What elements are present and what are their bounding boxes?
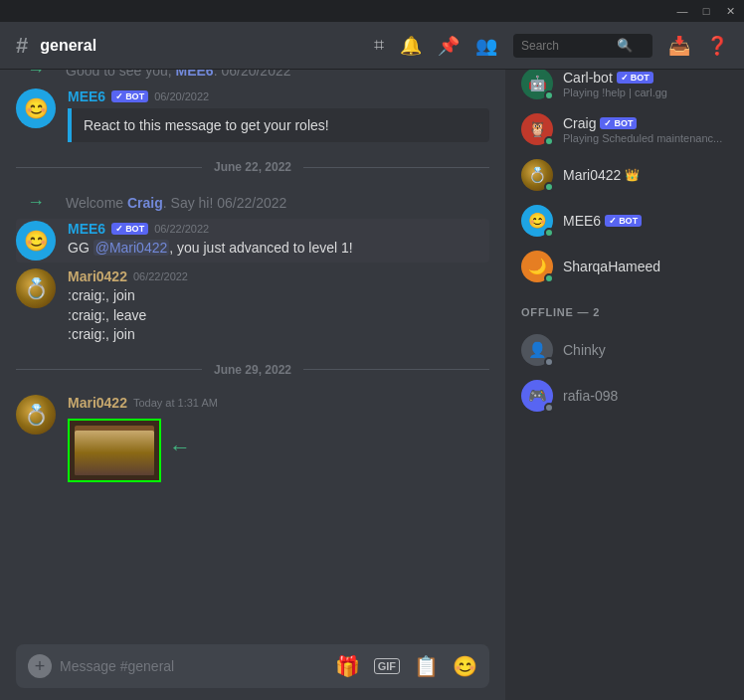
system-text: Welcome Craig. Say hi! 06/22/2022 [66, 195, 286, 211]
member-status-craig: Playing Scheduled maintenanc... [563, 132, 722, 144]
system-message-craig-welcome: → Welcome Craig. Say hi! 06/22/2022 [16, 190, 489, 215]
member-name-sharqa: SharqaHameed [563, 259, 660, 274]
chat-area: Done → Good to see you, MEE6. 06/20/2022… [0, 22, 505, 700]
svg-point-3 [82, 437, 117, 460]
username-mari: Mari0422 [68, 268, 127, 284]
member-name-rafia: rafia-098 [563, 388, 618, 404]
image-row: ← [68, 413, 489, 482]
inbox-icon[interactable]: 📥 [668, 35, 690, 57]
search-bar[interactable]: 🔍 [513, 34, 652, 58]
emoji-icon[interactable]: 😊 [453, 654, 477, 678]
avatar-mee6: 😊 [16, 88, 56, 128]
system-arrow-icon: → [16, 192, 56, 213]
hash-icon: # [16, 33, 28, 59]
member-badge-craig: ✓ BOT [600, 117, 637, 129]
message-content-mari: Mari0422 06/22/2022 :craig:, join :craig… [68, 268, 489, 345]
message-input-box: + 🎁 GIF 📋 😊 [16, 644, 489, 688]
message-group-mee6-gg: 😊 MEE6 ✓ BOT 06/22/2022 GG @Mari0422, yo… [16, 219, 489, 262]
image-arrow-icon: ← [169, 435, 191, 460]
avatar-sharqa: 🌙 [521, 251, 553, 282]
status-dot-craig [544, 136, 554, 146]
pins-icon[interactable]: 📌 [438, 35, 460, 57]
svg-point-2 [80, 436, 119, 465]
sticker-icon[interactable]: 📋 [414, 654, 439, 678]
gift-icon[interactable]: 🎁 [335, 654, 360, 678]
avatar-carlbot: 🤖 [521, 68, 553, 99]
member-name-row: Mari0422 👑 [563, 167, 640, 183]
member-name-mee6: MEE6 [563, 213, 601, 229]
member-name-row: MEE6 ✓ BOT [563, 213, 642, 229]
timestamp: 06/20/2022 [154, 90, 209, 102]
status-dot-carlbot [544, 90, 554, 100]
divider-line [16, 369, 202, 370]
add-file-button[interactable]: + [28, 654, 52, 678]
threads-icon[interactable]: ⌗ [374, 35, 384, 56]
member-item-chinky[interactable]: 👤 Chinky [513, 328, 736, 372]
close-button[interactable]: ✕ [724, 5, 736, 17]
divider-line [16, 167, 202, 168]
help-icon[interactable]: ❓ [706, 35, 728, 57]
messages-container[interactable]: Done → Good to see you, MEE6. 06/20/2022… [0, 22, 505, 632]
member-item-craig[interactable]: 🦉 Craig ✓ BOT Playing Scheduled maintena… [513, 107, 736, 151]
avatar-mari0422: 💍 [16, 268, 56, 308]
maximize-button[interactable]: □ [700, 5, 712, 17]
member-item-sharqa[interactable]: 🌙 SharqaHameed [513, 245, 736, 288]
message-text-line2: :craig:, leave [68, 306, 489, 326]
member-name-chinky: Chinky [563, 342, 606, 358]
crown-icon: 👑 [625, 168, 640, 182]
message-input[interactable] [60, 658, 327, 674]
username-mee6: MEE6 [68, 221, 105, 237]
svg-rect-6 [90, 458, 139, 466]
member-status-carlbot: Playing !help | carl.gg [563, 87, 667, 98]
message-group-mari0422: 💍 Mari0422 06/22/2022 :craig:, join :cra… [16, 266, 489, 347]
message-group-mee6-react: 😊 MEE6 ✓ BOT 06/20/2022 React to this me… [16, 87, 489, 144]
message-content-mee6-gg: MEE6 ✓ BOT 06/22/2022 GG @Mari0422, you … [68, 221, 489, 261]
message-header: Mari0422 06/22/2022 [68, 268, 489, 284]
avatar-mee6-2: 😊 [16, 221, 56, 261]
message-header: Mari0422 Today at 1:31 AM [68, 395, 489, 411]
member-info-carlbot: Carl-bot ✓ BOT Playing !help | carl.gg [563, 70, 667, 98]
search-icon: 🔍 [617, 38, 633, 53]
avatar-mari0422-sidebar: 💍 [521, 159, 553, 191]
message-header: MEE6 ✓ BOT 06/20/2022 [68, 88, 489, 104]
timestamp: 06/22/2022 [133, 270, 188, 282]
offline-section-title: OFFLINE — 2 [513, 300, 736, 324]
svg-point-4 [111, 440, 147, 464]
avatar-chinky: 👤 [521, 334, 553, 366]
react-box: React to this message to get your roles! [68, 108, 489, 142]
search-input[interactable] [521, 39, 611, 53]
member-item-mee6[interactable]: 😊 MEE6 ✓ BOT [513, 199, 736, 243]
message-text-line1: :craig:, join [68, 286, 489, 306]
member-item-mari0422[interactable]: 💍 Mari0422 👑 [513, 153, 736, 197]
avatar-craig: 🦉 [521, 113, 553, 145]
member-info-chinky: Chinky [563, 342, 606, 358]
timestamp: 06/22/2022 [154, 223, 209, 235]
member-badge-mee6: ✓ BOT [605, 215, 642, 227]
members-icon[interactable]: 👥 [475, 35, 497, 57]
member-name-craig: Craig [563, 115, 596, 131]
message-text-line3: :craig:, join [68, 325, 489, 345]
gif-button[interactable]: GIF [374, 658, 400, 674]
date-divider-june22: June 22, 2022 [16, 160, 489, 174]
bot-badge: ✓ BOT [111, 90, 148, 102]
member-info-rafia: rafia-098 [563, 388, 618, 404]
message-group-mari-image: 💍 Mari0422 Today at 1:31 AM [16, 393, 489, 484]
minimize-button[interactable]: — [676, 5, 688, 17]
status-dot-rafia [544, 403, 554, 413]
status-dot-mee6 [544, 228, 554, 238]
status-dot-mari [544, 182, 554, 192]
date-divider-text: June 29, 2022 [214, 363, 291, 377]
message-text: GG @Mari0422, you just advanced to level… [68, 239, 489, 259]
member-item-rafia[interactable]: 🎮 rafia-098 [513, 374, 736, 418]
channel-header: # general ⌗ 🔔 📌 👥 🔍 📥 ❓ [0, 22, 744, 70]
members-sidebar: ONLINE — 5 🤖 Carl-bot ✓ BOT Playing !hel… [505, 22, 744, 700]
member-info-mari: Mari0422 👑 [563, 167, 640, 183]
svg-point-5 [114, 440, 144, 460]
image-attachment[interactable] [68, 419, 161, 482]
message-header: MEE6 ✓ BOT 06/22/2022 [68, 221, 489, 237]
notifications-icon[interactable]: 🔔 [400, 35, 422, 57]
member-info-mee6: MEE6 ✓ BOT [563, 213, 642, 229]
member-name-row: Carl-bot ✓ BOT [563, 70, 667, 86]
member-name-carlbot: Carl-bot [563, 70, 613, 86]
timestamp-today: Today at 1:31 AM [133, 397, 218, 409]
